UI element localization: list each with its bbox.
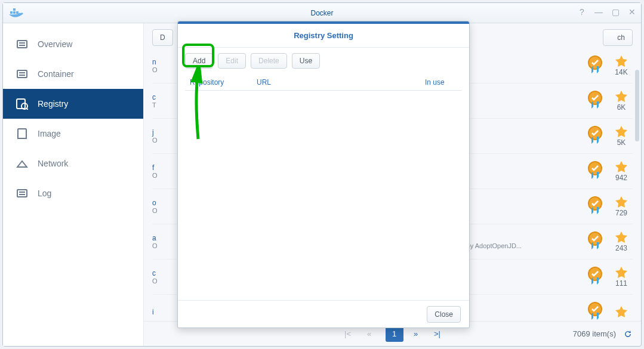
pager-first-icon[interactable]: |< [339, 326, 357, 342]
verified-badge-icon [587, 231, 603, 252]
svg-rect-3 [13, 8, 16, 11]
svg-line-6 [26, 108, 28, 110]
maximize-icon[interactable]: ▢ [610, 7, 621, 17]
container-icon [16, 68, 28, 80]
star-icon [615, 305, 628, 319]
star-count: 5K [617, 138, 626, 147]
star-icon [615, 160, 628, 174]
sidebar-item-label: Image [38, 129, 61, 138]
svg-rect-1 [13, 11, 16, 14]
titlebar: Docker ? — ▢ ✕ [3, 3, 641, 23]
log-icon [16, 187, 28, 199]
pager-prev-icon[interactable]: « [360, 326, 378, 342]
verified-badge-icon [587, 196, 603, 217]
image-icon [16, 128, 28, 140]
scrollbar-thumb[interactable] [635, 70, 639, 141]
modal-footer: Close [178, 300, 469, 328]
svg-rect-0 [10, 11, 13, 14]
star-count: 111 [615, 279, 627, 288]
pager-page[interactable]: 1 [386, 326, 403, 342]
close-icon[interactable]: ✕ [627, 7, 637, 17]
modal-title: Registry Setting [178, 24, 469, 48]
sidebar-item-label: Network [38, 159, 68, 168]
verified-badge-icon [587, 55, 603, 76]
star-count: 14K [615, 68, 627, 76]
docker-logo-icon [9, 7, 24, 18]
star-icon [615, 55, 628, 68]
verified-badge-icon [587, 161, 603, 181]
refresh-icon[interactable] [623, 329, 633, 339]
star-count: 729 [615, 209, 627, 217]
item-count: 7069 item(s) [573, 329, 616, 338]
pager-next-icon[interactable]: » [407, 326, 425, 342]
sidebar-item-network[interactable]: Network [3, 149, 143, 178]
sidebar-item-label: Log [38, 189, 51, 198]
verified-badge-icon [587, 91, 603, 111]
modal-body: Repository URL In use [178, 74, 469, 300]
sidebar-item-label: Registry [38, 99, 68, 109]
star-icon [615, 196, 628, 209]
verified-badge-icon [587, 126, 603, 146]
close-button[interactable]: Close [427, 306, 461, 323]
sidebar-item-image[interactable]: Image [3, 119, 143, 149]
help-icon[interactable]: ? [577, 7, 587, 17]
svg-rect-2 [16, 11, 19, 14]
delete-button[interactable]: Delete [251, 53, 287, 69]
sidebar: Overview Container Registry Image Ne [3, 23, 144, 346]
add-button[interactable]: Add [185, 53, 213, 69]
sidebar-item-label: Overview [38, 39, 72, 49]
star-icon [615, 125, 628, 138]
star-icon [615, 231, 628, 244]
download-button[interactable]: D [152, 29, 173, 46]
docker-window: Docker ? — ▢ ✕ Overview Container Regist… [2, 2, 642, 347]
sidebar-item-overview[interactable]: Overview [3, 29, 143, 59]
star-count: 942 [615, 174, 627, 182]
sidebar-item-label: Container [38, 69, 74, 79]
registry-settings-modal: Registry Setting Add Edit Delete Use Rep… [177, 21, 470, 328]
use-button[interactable]: Use [292, 53, 320, 69]
window-controls: ? — ▢ ✕ [577, 7, 637, 17]
window-title: Docker [310, 9, 333, 17]
star-count: 6K [617, 103, 626, 112]
pager: |< « 1 » >| [339, 326, 446, 342]
star-count: 243 [615, 244, 627, 252]
verified-badge-icon [587, 302, 603, 321]
registry-icon [16, 98, 28, 110]
col-in-use[interactable]: In use [425, 78, 462, 87]
overview-icon [16, 38, 28, 50]
network-icon [16, 157, 28, 169]
star-icon [615, 90, 628, 103]
minimize-icon[interactable]: — [593, 7, 604, 17]
star-icon [615, 266, 628, 279]
sidebar-item-log[interactable]: Log [3, 178, 143, 208]
col-repository[interactable]: Repository [185, 78, 257, 87]
col-url[interactable]: URL [257, 78, 425, 87]
sidebar-item-container[interactable]: Container [3, 59, 143, 89]
edit-button[interactable]: Edit [218, 53, 246, 69]
verified-badge-icon [587, 267, 603, 287]
modal-toolbar: Add Edit Delete Use [178, 48, 469, 74]
table-header: Repository URL In use [185, 74, 462, 91]
search-button[interactable]: ch [603, 29, 633, 46]
sidebar-item-registry[interactable]: Registry [3, 89, 143, 119]
pager-last-icon[interactable]: >| [429, 326, 446, 342]
